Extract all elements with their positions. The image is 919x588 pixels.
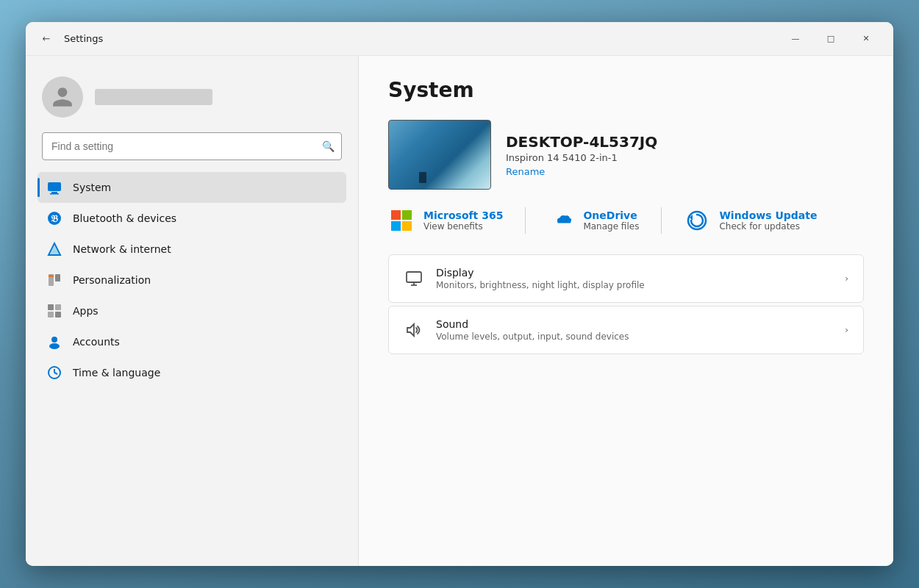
device-thumbnail xyxy=(388,120,491,190)
settings-window: ← Settings — □ ✕ xyxy=(26,22,893,566)
maximize-button[interactable]: □ xyxy=(814,28,848,50)
search-box: 🔍 xyxy=(42,132,342,160)
sidebar-item-network[interactable]: Network & internet xyxy=(37,234,346,265)
update-title: Windows Update xyxy=(719,209,817,221)
svg-rect-12 xyxy=(48,312,54,318)
sidebar-item-accounts[interactable]: Accounts xyxy=(37,326,346,357)
window-title: Settings xyxy=(64,33,103,44)
content-area: 🔍 System 𝔅 xyxy=(26,56,893,566)
onedrive-link[interactable]: OneDrive Manage files xyxy=(548,207,639,234)
main-content: System DESKTOP-4L537JQ Inspiron 14 5410 … xyxy=(358,56,893,566)
close-button[interactable]: ✕ xyxy=(849,28,883,50)
device-name: DESKTOP-4L537JQ xyxy=(506,133,657,151)
svg-rect-9 xyxy=(49,275,54,277)
onedrive-subtitle: Manage files xyxy=(583,221,639,232)
accounts-icon xyxy=(46,334,62,350)
sound-title: Sound xyxy=(436,318,833,330)
microsoft365-link[interactable]: Microsoft 365 View benefits xyxy=(388,207,503,234)
profile-section xyxy=(37,71,346,132)
sidebar-item-time[interactable]: Time & language xyxy=(37,357,346,388)
settings-item-display[interactable]: Display Monitors, brightness, night ligh… xyxy=(388,254,864,303)
onedrive-text: OneDrive Manage files xyxy=(583,209,639,232)
ms365-icon xyxy=(388,207,415,234)
minimize-button[interactable]: — xyxy=(779,28,812,50)
svg-rect-11 xyxy=(55,304,61,310)
sidebar: 🔍 System 𝔅 xyxy=(26,56,358,566)
svg-rect-20 xyxy=(402,210,412,220)
avatar xyxy=(42,76,83,118)
quick-links: Microsoft 365 View benefits OneDrive Man… xyxy=(388,207,864,234)
rename-link[interactable]: Rename xyxy=(506,166,657,177)
sidebar-item-bluetooth[interactable]: 𝔅 Bluetooth & devices xyxy=(37,203,346,234)
display-title: Display xyxy=(436,267,833,279)
svg-rect-2 xyxy=(50,193,59,195)
windowsupdate-link[interactable]: Windows Update Check for updates xyxy=(684,207,817,234)
svg-line-18 xyxy=(54,373,57,374)
onedrive-title: OneDrive xyxy=(583,209,639,221)
sound-chevron-icon: › xyxy=(845,325,848,335)
user-icon xyxy=(51,85,74,109)
sound-text: Sound Volume levels, output, input, soun… xyxy=(436,318,833,342)
device-card: DESKTOP-4L537JQ Inspiron 14 5410 2-in-1 … xyxy=(388,120,864,190)
device-model: Inspiron 14 5410 2-in-1 xyxy=(506,152,657,163)
system-icon xyxy=(46,179,62,196)
svg-marker-28 xyxy=(407,324,414,336)
svg-rect-0 xyxy=(48,182,61,191)
sidebar-item-system[interactable]: System xyxy=(37,172,346,203)
svg-rect-10 xyxy=(48,304,54,310)
svg-text:𝔅: 𝔅 xyxy=(51,213,58,224)
display-subtitle: Monitors, brightness, night light, displ… xyxy=(436,280,833,290)
sidebar-item-personalization-label: Personalization xyxy=(73,274,337,286)
sound-icon xyxy=(404,320,424,340)
back-button[interactable]: ← xyxy=(36,29,57,49)
sound-subtitle: Volume levels, output, input, sound devi… xyxy=(436,331,833,342)
update-subtitle: Check for updates xyxy=(719,221,817,232)
sidebar-item-apps[interactable]: Apps xyxy=(37,295,346,326)
svg-rect-22 xyxy=(402,221,412,231)
personalization-icon xyxy=(46,272,62,288)
titlebar: ← Settings — □ ✕ xyxy=(26,22,893,56)
device-info: DESKTOP-4L537JQ Inspiron 14 5410 2-in-1 … xyxy=(506,133,657,177)
display-text: Display Monitors, brightness, night ligh… xyxy=(436,267,833,290)
apps-icon xyxy=(46,303,62,319)
profile-name xyxy=(95,89,212,105)
sidebar-item-network-label: Network & internet xyxy=(73,243,337,255)
search-input[interactable] xyxy=(42,132,342,160)
svg-rect-19 xyxy=(391,210,401,220)
page-title: System xyxy=(388,78,864,102)
ms365-subtitle: View benefits xyxy=(423,221,503,232)
update-text: Windows Update Check for updates xyxy=(719,209,817,232)
svg-rect-21 xyxy=(391,221,401,231)
bluetooth-icon: 𝔅 xyxy=(46,210,62,226)
sidebar-item-bluetooth-label: Bluetooth & devices xyxy=(73,212,337,224)
display-icon xyxy=(404,268,424,289)
sidebar-item-system-label: System xyxy=(73,182,337,193)
settings-list: Display Monitors, brightness, night ligh… xyxy=(388,254,864,354)
network-icon xyxy=(46,241,62,257)
sidebar-item-time-label: Time & language xyxy=(73,367,337,379)
settings-item-sound[interactable]: Sound Volume levels, output, input, soun… xyxy=(388,306,864,354)
svg-rect-1 xyxy=(51,192,57,193)
ms365-title: Microsoft 365 xyxy=(423,209,503,221)
ms365-text: Microsoft 365 View benefits xyxy=(423,209,503,232)
sidebar-item-accounts-label: Accounts xyxy=(73,336,337,348)
svg-rect-8 xyxy=(55,274,60,282)
sidebar-item-personalization[interactable]: Personalization xyxy=(37,265,346,295)
onedrive-icon xyxy=(548,207,574,234)
quick-links-divider xyxy=(525,207,526,234)
svg-point-15 xyxy=(49,343,60,349)
time-icon xyxy=(46,365,62,381)
svg-rect-13 xyxy=(55,312,61,318)
window-controls: — □ ✕ xyxy=(779,28,883,50)
quick-links-divider2 xyxy=(661,207,662,234)
svg-point-14 xyxy=(51,337,57,343)
display-chevron-icon: › xyxy=(845,273,848,284)
svg-rect-25 xyxy=(407,272,421,282)
sidebar-item-apps-label: Apps xyxy=(73,305,337,317)
update-icon xyxy=(684,207,710,234)
